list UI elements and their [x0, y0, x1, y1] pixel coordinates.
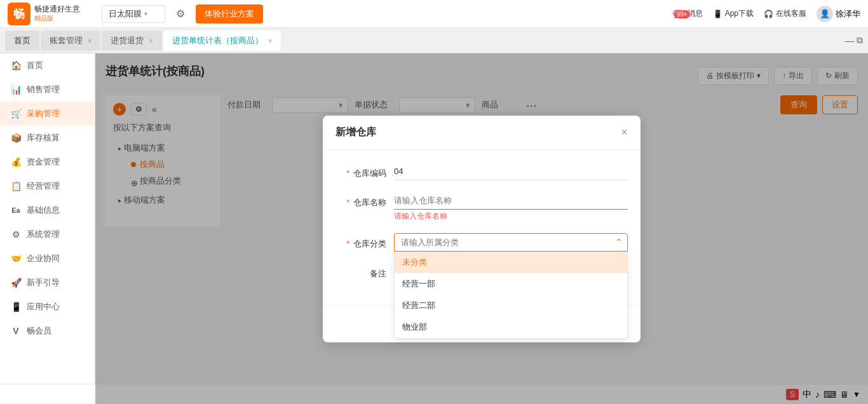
add-warehouse-modal: 新增仓库 × * 仓库编码 — [323, 116, 641, 342]
logo-text: 畅捷通好生意 精品版 — [34, 4, 80, 24]
message-button[interactable]: 💬 99+ 消息 — [673, 8, 703, 19]
dropdown-item-dept1[interactable]: 经营一部 — [395, 273, 627, 295]
warehouse-name-input[interactable] — [394, 192, 628, 210]
sidebar-item-base-info[interactable]: Ea 基础信息 — [0, 198, 95, 222]
tab-returns[interactable]: 进货退货 × — [102, 30, 161, 51]
modal-overlay[interactable]: 新增仓库 × * 仓库编码 — [95, 53, 868, 404]
modal-body: * 仓库编码 * 仓库名称 — [323, 150, 641, 305]
name-field-row: * 仓库名称 请输入仓库名称 — [336, 192, 628, 222]
sales-icon: 📊 — [10, 84, 22, 95]
purchase-icon: 🛒 — [10, 108, 22, 119]
inventory-icon: 📦 — [10, 132, 22, 144]
category-field-row: * 仓库分类 ⌃ 未分类 经营一部 经营二部 物业部 — [336, 233, 628, 252]
header-right: 💬 99+ 消息 📱 App下载 🎧 在线客服 👤 徐泽华 — [673, 6, 860, 22]
category-dropdown: 未分类 经营一部 经营二部 物业部 — [394, 252, 628, 339]
modal-close-button[interactable]: × — [621, 126, 628, 139]
sidebar-item-vip[interactable]: V 畅会员 — [0, 319, 95, 343]
management-icon: 📋 — [10, 180, 22, 192]
enterprise-icon: 🤝 — [10, 253, 22, 264]
content-area: 进货单统计(按商品) 🖨 按模板打印 ▾ ↑ 导出 ↻ 刷新 — [95, 53, 868, 404]
tab-bar: 首页 账套管理 × 进货退货 × 进货单统计表（按商品） × — ⧉ — [0, 28, 868, 53]
sidebar-item-management[interactable]: 📋 经营管理 — [0, 174, 95, 198]
tab-actions: — ⧉ — [845, 35, 863, 46]
dropdown-item-dept3[interactable]: 物业部 — [395, 316, 627, 338]
logo-area: 畅 畅捷通好生意 精品版 — [8, 3, 97, 25]
sidebar: 🏠 首页 📊 销售管理 🛒 采购管理 📦 库存核算 💰 资金管理 📋 经营管理 … — [0, 53, 95, 404]
app-center-icon: 📱 — [10, 301, 22, 313]
sidebar-item-guide[interactable]: 🚀 新手引导 — [0, 271, 95, 295]
notes-label: 备注 — [336, 263, 386, 279]
close-icon[interactable]: × — [268, 37, 272, 44]
avatar: 👤 — [817, 6, 833, 22]
name-label: * 仓库名称 — [336, 192, 386, 208]
finance-icon: 💰 — [10, 156, 22, 168]
app-logo: 畅 — [8, 3, 31, 25]
dropdown-item-uncategorized[interactable]: 未分类 — [395, 252, 627, 273]
tab-purchase-stats[interactable]: 进货单统计表（按商品） × — [163, 30, 281, 51]
tab-home[interactable]: 首页 — [5, 30, 39, 51]
name-error-msg: 请输入仓库名称 — [394, 211, 628, 222]
guide-icon: 🚀 — [10, 277, 22, 288]
category-label: * 仓库分类 — [336, 233, 386, 250]
close-icon[interactable]: × — [88, 37, 92, 44]
vip-icon: V — [10, 325, 22, 337]
code-label: * 仓库编码 — [336, 163, 386, 179]
name-input-col: 请输入仓库名称 — [394, 192, 628, 222]
code-field-row: * 仓库编码 — [336, 163, 628, 180]
category-input[interactable] — [394, 233, 628, 252]
sidebar-item-home[interactable]: 🏠 首页 — [0, 53, 95, 77]
modal-header: 新增仓库 × — [323, 116, 641, 150]
sidebar-item-purchase[interactable]: 🛒 采购管理 — [0, 102, 95, 126]
sidebar-item-inventory[interactable]: 📦 库存核算 — [0, 126, 95, 150]
online-service-button[interactable]: 🎧 在线客服 — [764, 8, 806, 19]
dropdown-item-dept2[interactable]: 经营二部 — [395, 295, 627, 316]
sidebar-item-app-center[interactable]: 📱 应用中心 — [0, 295, 95, 319]
top-header: 畅 畅捷通好生意 精品版 日太阳膜 ▾ ⚙ 体验行业方案 💬 99+ 消息 📱 … — [0, 0, 868, 28]
minimize-button[interactable]: — — [845, 35, 854, 46]
category-select-wrapper: ⌃ 未分类 经营一部 经营二部 物业部 — [394, 233, 628, 252]
trial-button[interactable]: 体验行业方案 — [196, 4, 263, 24]
settings-button[interactable]: ⚙ — [170, 4, 191, 24]
user-info[interactable]: 👤 徐泽华 — [817, 6, 860, 22]
base-info-icon: Ea — [10, 205, 22, 216]
warehouse-code-input[interactable] — [394, 163, 628, 180]
maximize-button[interactable]: ⧉ — [857, 35, 863, 46]
modal-title: 新增仓库 — [336, 126, 376, 139]
store-selector[interactable]: 日太阳膜 ▾ — [102, 5, 165, 23]
chevron-down-icon: ▾ — [144, 10, 147, 17]
sidebar-item-system[interactable]: ⚙ 系统管理 — [0, 222, 95, 246]
code-input-col — [394, 163, 628, 180]
main-layout: 🏠 首页 📊 销售管理 🛒 采购管理 📦 库存核算 💰 资金管理 📋 经营管理 … — [0, 53, 868, 404]
sidebar-item-sales[interactable]: 📊 销售管理 — [0, 77, 95, 102]
sidebar-item-enterprise[interactable]: 🤝 企业协同 — [0, 246, 95, 271]
close-icon[interactable]: × — [149, 37, 153, 44]
tab-accounts[interactable]: 账套管理 × — [41, 30, 100, 51]
sidebar-item-finance[interactable]: 💰 资金管理 — [0, 150, 95, 174]
app-download-button[interactable]: 📱 App下载 — [713, 8, 754, 19]
system-icon: ⚙ — [10, 229, 22, 240]
home-icon: 🏠 — [10, 60, 22, 71]
